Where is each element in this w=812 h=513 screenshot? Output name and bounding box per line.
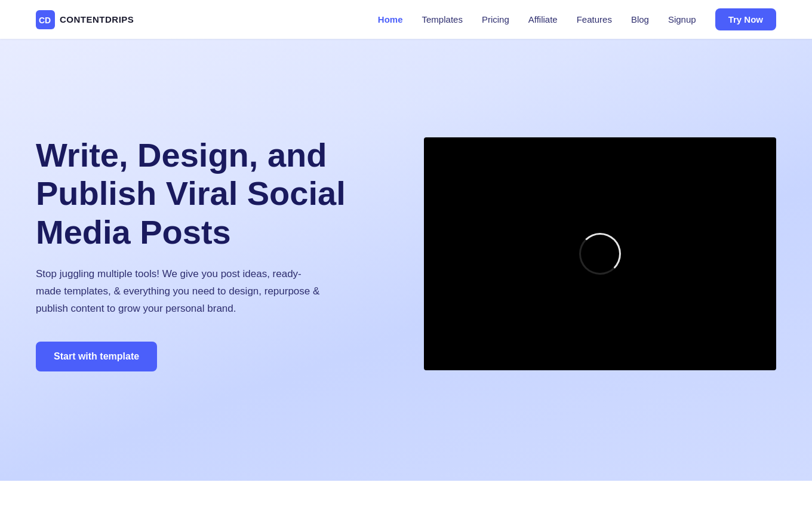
hero-section: Write, Design, and Publish Viral Social … [0, 39, 812, 481]
nav-links: Home Templates Pricing Affiliate Feature… [378, 8, 776, 30]
try-now-button[interactable]: Try Now [715, 8, 776, 30]
nav-pricing[interactable]: Pricing [482, 14, 509, 24]
start-with-template-button[interactable]: Start with template [36, 342, 157, 371]
hero-title: Write, Design, and Publish Viral Social … [36, 136, 370, 251]
hero-video-area [370, 137, 776, 370]
nav-signup[interactable]: Signup [668, 14, 696, 24]
loading-spinner [579, 233, 621, 275]
logo-icon: CD [36, 10, 55, 29]
nav-features[interactable]: Features [577, 14, 612, 24]
hero-subtitle: Stop juggling multiple tools! We give yo… [36, 266, 322, 318]
svg-text:CD: CD [39, 16, 51, 25]
logo[interactable]: CD CONTENTDRIPS [36, 10, 134, 29]
nav-blog[interactable]: Blog [631, 14, 649, 24]
nav-affiliate[interactable]: Affiliate [528, 14, 558, 24]
navbar: CD CONTENTDRIPS Home Templates Pricing A… [0, 0, 812, 39]
hero-content: Write, Design, and Publish Viral Social … [36, 136, 370, 371]
nav-home[interactable]: Home [378, 14, 403, 24]
logo-text: CONTENTDRIPS [60, 14, 134, 24]
nav-templates[interactable]: Templates [422, 14, 463, 24]
video-container[interactable] [424, 137, 776, 370]
trusted-section: Trusted by over 100,000 users worldwide,… [0, 481, 812, 513]
